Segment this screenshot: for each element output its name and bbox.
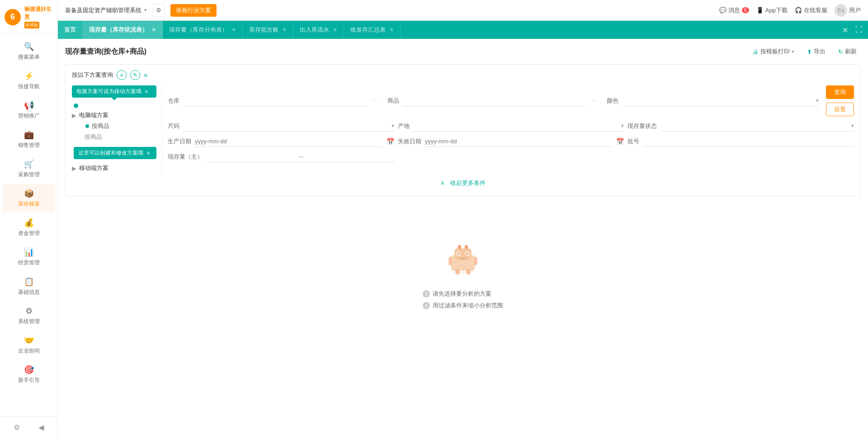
tab-collect-summary[interactable]: 收发存汇总表 ✕: [344, 21, 401, 39]
print-dropdown-icon[interactable]: ▾: [792, 49, 794, 55]
sidebar-item-enterprise[interactable]: 🤝 企业协同: [3, 331, 55, 359]
sidebar-item-guide[interactable]: 🎯 新手引导: [3, 360, 55, 389]
close-tab-inventory-dist[interactable]: ✕: [231, 27, 236, 33]
refresh-btn[interactable]: ↻ 刷新: [834, 45, 861, 58]
goods-input[interactable]: [403, 97, 586, 104]
filter-back-btn[interactable]: «: [144, 71, 148, 79]
origin-dropdown-icon[interactable]: ▾: [621, 123, 624, 129]
sidebar-item-label: 基础信息: [18, 288, 40, 296]
size-dropdown-icon[interactable]: ▾: [392, 123, 394, 129]
logo-icon: 6: [5, 9, 21, 25]
close-tab-batch-ledger[interactable]: ✕: [282, 27, 287, 33]
filter-form-area: 仓库 ··· 商品: [168, 85, 854, 162]
stock-status-input[interactable]: [660, 122, 851, 129]
production-date-input-wrap: [195, 136, 383, 147]
color-input[interactable]: [622, 97, 816, 104]
notification-btn[interactable]: 💬 消息 6: [719, 6, 749, 14]
size-label: 尺码: [168, 122, 179, 130]
filter-add-btn[interactable]: +: [117, 70, 127, 80]
sidebar-item-marketing[interactable]: 📢 营销推广: [3, 96, 55, 124]
stock-main-input[interactable]: [207, 153, 294, 160]
user-area[interactable]: Ea 用户: [835, 4, 861, 17]
origin-input[interactable]: [413, 122, 622, 129]
stock-status-label: 现存量状态: [627, 122, 657, 130]
production-date-calendar-icon[interactable]: 📅: [387, 138, 394, 145]
collapse-row[interactable]: ∧ 收起更多条件: [72, 175, 854, 191]
close-tab-in-out-flow[interactable]: ✕: [333, 27, 337, 33]
mobile-scheme-item[interactable]: ▶ 移动端方案: [72, 163, 156, 174]
brand-name: 畅捷通好生意: [24, 5, 53, 21]
sidebar-item-quick-nav[interactable]: ⚡ 快捷导航: [3, 66, 55, 95]
tab-inventory-dist[interactable]: 现存量（库存分布表） ✕: [163, 21, 243, 39]
settings-button[interactable]: ⚙: [152, 4, 165, 17]
sidebar-item-inventory[interactable]: 📦 库存核算: [3, 184, 55, 212]
filter-section: 按以下方案查询 + ✎ « 电脑方案可设为移动方案哦 ✕: [65, 64, 861, 197]
active-indicator: [72, 102, 156, 108]
origin-select[interactable]: ▾: [413, 121, 624, 132]
expiry-date-label: 失效日期: [398, 137, 421, 146]
warehouse-field: 仓库 ···: [168, 95, 380, 106]
active-scheme-indicator: [85, 124, 89, 128]
close-tab-collect-summary[interactable]: ✕: [389, 27, 394, 33]
system-title: 装备及固定资产辅助管理系统 ▾: [65, 6, 147, 14]
warehouse-input[interactable]: [183, 97, 366, 104]
export-label: 导出: [814, 47, 826, 56]
stock-main-input-max[interactable]: [307, 153, 395, 160]
tab-bar: 首页 现存量（库存状况表） ✕ 现存量（库存分布表） ✕ 库存批次账 ✕ 出入库…: [58, 21, 868, 39]
desktop-scheme-child[interactable]: 按商品: [72, 121, 156, 132]
tab-inventory-status[interactable]: 现存量（库存状况表） ✕: [83, 21, 163, 39]
warehouse-select[interactable]: [183, 95, 366, 106]
goods-more-icon[interactable]: ···: [590, 97, 599, 105]
collapse-sidebar-btn[interactable]: ◀: [37, 421, 46, 433]
tooltip-arrow: [112, 98, 117, 100]
system-dropdown-icon[interactable]: ▾: [144, 7, 147, 13]
expiry-date-calendar-icon[interactable]: 📅: [616, 138, 624, 145]
filter-label: 按以下方案查询: [72, 71, 113, 79]
sidebar-item-search[interactable]: 🔍 搜索菜单: [3, 37, 55, 66]
form-row-4: 现存量（主） —: [168, 151, 854, 162]
sidebar-item-sales[interactable]: 💼 销售管理: [3, 125, 55, 154]
size-input[interactable]: [183, 122, 392, 129]
sidebar-item-purchase[interactable]: 🛒 采购管理: [3, 155, 55, 183]
close-all-tabs-btn[interactable]: ✕: [840, 24, 850, 36]
tab-home[interactable]: 首页: [58, 21, 83, 39]
svg-rect-10: [475, 257, 477, 265]
stock-main-field: 现存量（主） —: [168, 151, 395, 162]
color-select[interactable]: ▾: [622, 95, 819, 106]
desktop-scheme-item[interactable]: ▶ 电脑端方案: [72, 110, 156, 121]
search-button[interactable]: 查询: [826, 85, 854, 99]
close-tab-inventory-status[interactable]: ✕: [151, 27, 156, 33]
app-download-btn[interactable]: 📱 App下载: [756, 6, 788, 14]
system-icon: ⚙: [25, 306, 33, 316]
trial-button[interactable]: 体验行业方案: [170, 4, 217, 17]
stock-status-select[interactable]: ▾: [660, 121, 854, 132]
sidebar-item-basic-info[interactable]: 📋 基础信息: [3, 272, 55, 301]
sidebar-item-finance[interactable]: 💰 资金管理: [3, 213, 55, 242]
sidebar-item-system[interactable]: ⚙ 系统管理: [3, 301, 55, 330]
tab-batch-ledger[interactable]: 库存批次账 ✕: [243, 21, 293, 39]
print-btn[interactable]: 🖨 按模板打印 ▾: [749, 45, 798, 58]
goods-select[interactable]: [403, 95, 586, 106]
tooltip-close-btn[interactable]: ✕: [144, 89, 149, 95]
search-icon: 🔍: [24, 42, 34, 52]
color-dropdown-icon[interactable]: ▾: [816, 98, 819, 104]
expiry-date-input[interactable]: [425, 138, 613, 145]
settings-footer-btn[interactable]: ⚙: [12, 421, 22, 433]
filter-edit-btn[interactable]: ✎: [130, 70, 140, 80]
sidebar-item-operations[interactable]: 📊 经营管理: [3, 243, 55, 271]
stock-status-dropdown-icon[interactable]: ▾: [851, 123, 854, 129]
size-select[interactable]: ▾: [183, 121, 394, 132]
production-date-input[interactable]: [195, 138, 383, 145]
edit-tooltip-close-btn[interactable]: ✕: [146, 150, 151, 156]
warehouse-more-icon[interactable]: ···: [370, 97, 379, 105]
tab-in-out-flow[interactable]: 出入库流水 ✕: [293, 21, 344, 39]
brand-badge: 标准版: [24, 22, 39, 28]
reset-button[interactable]: 设置: [826, 103, 854, 116]
quick-nav-icon: ⚡: [24, 71, 34, 81]
batch-no-input[interactable]: [643, 138, 854, 145]
maximize-btn[interactable]: ⛶: [854, 24, 864, 36]
notification-badge: 6: [742, 7, 749, 13]
desktop-scheme-more[interactable]: 按商品: [72, 132, 156, 142]
online-support-btn[interactable]: 🎧 在线客服: [795, 6, 827, 14]
export-btn[interactable]: ⬆ 导出: [803, 45, 830, 58]
